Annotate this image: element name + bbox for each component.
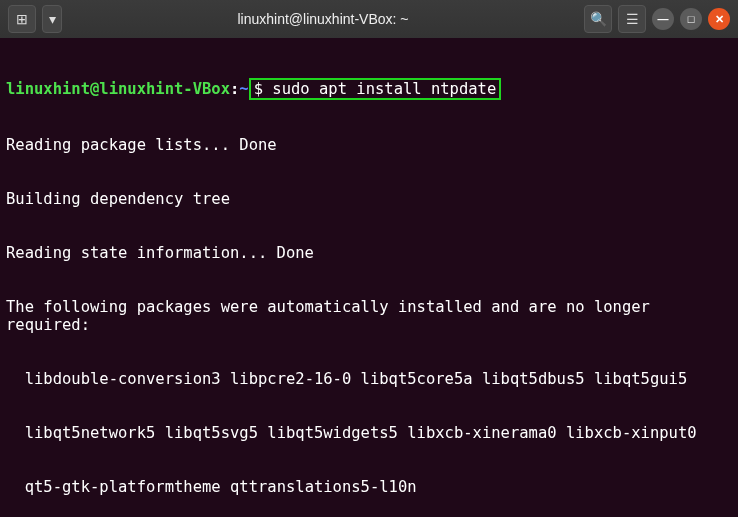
terminal-area[interactable]: linuxhint@linuxhint-VBox:~$ sudo apt ins… <box>0 38 738 517</box>
output-line: libdouble-conversion3 libpcre2-16-0 libq… <box>6 370 732 388</box>
window-title: linuxhint@linuxhint-VBox: ~ <box>68 10 578 28</box>
titlebar-right-controls: 🔍 ☰ — □ ✕ <box>584 5 730 33</box>
prompt-user-host: linuxhint@linuxhint-VBox <box>6 80 230 98</box>
close-button[interactable]: ✕ <box>708 8 730 30</box>
minimize-button[interactable]: — <box>652 8 674 30</box>
output-line: qt5-gtk-platformtheme qttranslations5-l1… <box>6 478 732 496</box>
search-button[interactable]: 🔍 <box>584 5 612 33</box>
tab-dropdown-button[interactable]: ▾ <box>42 5 62 33</box>
output-line: The following packages were automaticall… <box>6 298 732 334</box>
maximize-button[interactable]: □ <box>680 8 702 30</box>
window-titlebar: ⊞ ▾ linuxhint@linuxhint-VBox: ~ 🔍 ☰ — □ … <box>0 0 738 38</box>
output-line: Reading package lists... Done <box>6 136 732 154</box>
new-tab-button[interactable]: ⊞ <box>8 5 36 33</box>
command-line: linuxhint@linuxhint-VBox:~$ sudo apt ins… <box>6 78 732 100</box>
highlighted-command: $ sudo apt install ntpdate <box>249 78 502 100</box>
hamburger-menu-button[interactable]: ☰ <box>618 5 646 33</box>
prompt-colon: : <box>230 80 239 98</box>
prompt-path: ~ <box>239 80 248 98</box>
output-line: Building dependency tree <box>6 190 732 208</box>
titlebar-left-controls: ⊞ ▾ <box>8 5 62 33</box>
output-line: Reading state information... Done <box>6 244 732 262</box>
output-line: libqt5network5 libqt5svg5 libqt5widgets5… <box>6 424 732 442</box>
